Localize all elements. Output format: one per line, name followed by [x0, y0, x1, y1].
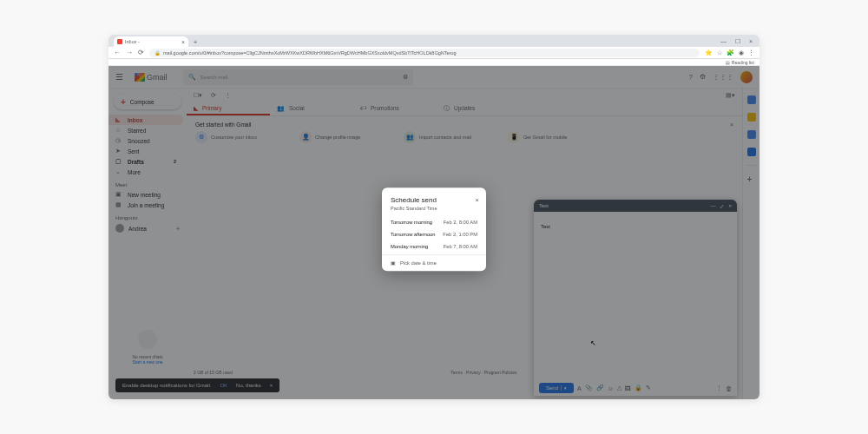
calendar-icon: ▣	[391, 260, 396, 266]
bookmark-bar: ▤ Reading list	[108, 59, 760, 66]
address-bar: ← → ⟳ 🔒 mail.google.com/u/0/#inbox?compo…	[108, 47, 760, 59]
forward-icon[interactable]: →	[126, 49, 133, 56]
mouse-cursor: ↖	[590, 339, 596, 347]
url-text: mail.google.com/u/0/#inbox?compose=CllgC…	[163, 50, 457, 56]
profile-icon[interactable]: ◉	[739, 49, 744, 56]
gmail-app: ☰ Gmail 🔍 Search mail ⚙ ? ⚙ ⋮⋮⋮ + Co	[108, 66, 760, 399]
menu-icon[interactable]: ⋮	[748, 49, 754, 56]
url-input[interactable]: 🔒 mail.google.com/u/0/#inbox?compose=Cll…	[149, 49, 700, 57]
schedule-option-tomorrow-afternoon[interactable]: Tomorrow afternoonFeb 2, 1:00 PM	[382, 228, 486, 240]
new-tab-button[interactable]: +	[191, 37, 200, 46]
modal-title: Schedule send	[391, 196, 477, 204]
minimize-icon[interactable]: —	[720, 38, 727, 45]
lock-icon: 🔒	[155, 50, 161, 56]
gmail-favicon	[117, 39, 122, 44]
bookmark-icon[interactable]: ☆	[717, 49, 722, 56]
reading-list-label[interactable]: Reading list	[732, 60, 754, 65]
window-controls: — ☐ ×	[720, 38, 760, 45]
modal-subtitle: Pacific Standard Time	[391, 206, 477, 211]
reading-list-icon[interactable]: ▤	[726, 60, 730, 65]
extension-icon[interactable]: 🧩	[727, 49, 734, 56]
titlebar: Inbox - × + — ☐ ×	[108, 35, 760, 47]
pick-date-time-button[interactable]: ▣Pick date & time	[382, 254, 486, 271]
reload-icon[interactable]: ⟳	[138, 49, 144, 56]
schedule-option-tomorrow-morning[interactable]: Tomorrow morningFeb 2, 8:00 AM	[382, 216, 486, 228]
maximize-icon[interactable]: ☐	[735, 38, 740, 45]
translate-icon[interactable]: ⭐	[705, 49, 713, 56]
schedule-send-modal: Schedule send Pacific Standard Time × To…	[382, 187, 486, 271]
chrome-window: Inbox - × + — ☐ × ← → ⟳ 🔒 mail.google.co…	[108, 35, 760, 399]
close-window-icon[interactable]: ×	[749, 38, 753, 45]
close-modal-icon[interactable]: ×	[475, 196, 479, 204]
browser-tab[interactable]: Inbox - ×	[114, 36, 188, 47]
schedule-option-monday-morning[interactable]: Monday morningFeb 7, 8:00 AM	[382, 240, 486, 253]
close-tab-icon[interactable]: ×	[181, 39, 185, 45]
back-icon[interactable]: ←	[114, 49, 121, 56]
tab-title: Inbox -	[125, 39, 140, 44]
